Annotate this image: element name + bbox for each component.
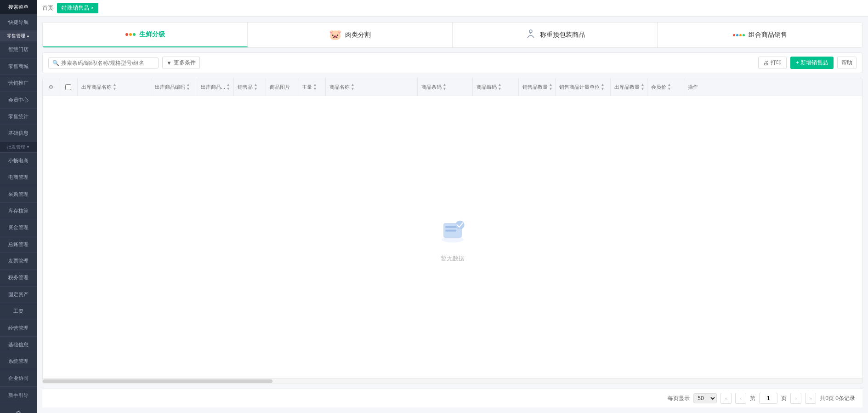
sort-icon[interactable]: ▲▼ xyxy=(667,83,671,91)
last-page-button[interactable]: » xyxy=(805,393,816,404)
sort-icon[interactable]: ▲▼ xyxy=(549,83,553,91)
scale-icon xyxy=(525,29,536,41)
filter-button[interactable]: ▼ 更多条件 xyxy=(162,57,200,69)
sidebar-item-finance[interactable]: 资金管理 xyxy=(0,219,37,236)
total-label: 共0页 0条记录 xyxy=(820,395,855,402)
sort-icon[interactable]: ▲▼ xyxy=(498,83,502,91)
print-button[interactable]: 🖨 打印 xyxy=(758,57,787,69)
page-number-input[interactable] xyxy=(759,393,777,404)
th-sale-unit: 销售商品计量单位 ▲▼ xyxy=(556,78,611,96)
th-goods-name: 商品名称 ▲▼ xyxy=(326,78,418,96)
weight-pkg-label: 称重预包装商品 xyxy=(540,31,585,39)
tab-meat-split[interactable]: 🐷 肉类分割 xyxy=(248,23,453,47)
sort-icon[interactable]: ▲▼ xyxy=(113,83,117,91)
sort-icon[interactable]: ▲▼ xyxy=(351,83,355,91)
sidebar-item-sales-promo[interactable]: 营销推广 xyxy=(0,75,37,92)
help-button[interactable]: 帮助 xyxy=(837,57,857,69)
tab-weight-pkg[interactable]: 称重预包装商品 xyxy=(453,23,658,47)
close-tab-icon[interactable]: × xyxy=(91,6,94,11)
add-sales-button[interactable]: + 新增销售品 xyxy=(790,57,834,69)
toolbar: 🔍 ▼ 更多条件 🖨 打印 + 新增销售品 帮助 xyxy=(42,52,862,73)
sidebar-item-quick-nav[interactable]: 快捷导航 xyxy=(0,14,37,31)
next-page-button[interactable]: › xyxy=(790,393,801,404)
sort-icon[interactable]: ▲▼ xyxy=(601,83,605,91)
page-size-label: 每页显示 xyxy=(668,395,690,402)
sidebar-item-basic-info2[interactable]: 基础信息 xyxy=(0,337,37,353)
sidebar-item-member[interactable]: 会员中心 xyxy=(0,92,37,109)
th-out-code: 出库商品编码 ▲▼ xyxy=(151,78,197,96)
topbar: 首页 特殊销售品 × xyxy=(37,0,868,17)
sidebar-item-purchase[interactable]: 采购管理 xyxy=(0,186,37,203)
sidebar-item-fixed-assets[interactable]: 固定资产 xyxy=(0,287,37,303)
tab-fresh-grade[interactable]: 生鲜分级 xyxy=(43,23,248,47)
sidebar-item-tax[interactable]: 税务管理 xyxy=(0,270,37,286)
th-operation: 操作 xyxy=(684,78,712,96)
sort-icon[interactable]: ▲▼ xyxy=(186,83,190,91)
sort-icon[interactable]: ▲▼ xyxy=(254,83,258,91)
scrollbar-thumb[interactable] xyxy=(43,379,272,383)
chevron-right-icon: ▼ xyxy=(26,144,30,149)
sidebar-item-retail-mgmt[interactable]: 零售管理 ▲ xyxy=(0,31,37,41)
horizontal-scrollbar[interactable] xyxy=(43,378,862,384)
sidebar-item-operations[interactable]: 经营管理 xyxy=(0,320,37,337)
sidebar-item-general-ledger[interactable]: 总账管理 xyxy=(0,236,37,253)
sort-icon[interactable]: ▲▼ xyxy=(313,83,317,91)
th-img: 商品图片 xyxy=(266,78,298,96)
th-checkbox[interactable] xyxy=(59,78,78,96)
tab-combo[interactable]: 组合商品销售 xyxy=(658,23,862,47)
sidebar-item-ecommerce[interactable]: 电商管理 xyxy=(0,169,37,186)
search-input[interactable] xyxy=(61,60,154,66)
th-barcode: 商品条码 ▲▼ xyxy=(418,78,473,96)
fresh-grade-icon xyxy=(125,33,136,36)
filter-label: 更多条件 xyxy=(174,59,196,67)
sidebar-item-mini-shop[interactable]: 小畅电商 xyxy=(0,153,37,169)
sidebar-item-smart-store[interactable]: 智慧门店 xyxy=(0,41,37,58)
pagination-bar: 每页显示 50 10 20 100 « ‹ 第 页 › » 共0页 0条记录 xyxy=(42,389,862,407)
filter-icon: ▼ xyxy=(166,60,172,66)
svg-rect-5 xyxy=(445,229,456,231)
prev-page-button[interactable]: ‹ xyxy=(735,393,746,404)
combo-label: 组合商品销售 xyxy=(749,31,787,39)
sidebar-item-new-guide[interactable]: 新手引导 xyxy=(0,387,37,404)
svg-point-0 xyxy=(529,30,532,33)
special-sales-tab[interactable]: 特殊销售品 × xyxy=(57,3,98,13)
th-settings[interactable]: ⚙ xyxy=(43,78,59,96)
sidebar-item-wages[interactable]: 工资 xyxy=(0,303,37,320)
sidebar: 搜索菜单 快捷导航 零售管理 ▲ 智慧门店 零售商城 营销推广 会员中心 零售统… xyxy=(0,0,37,413)
content-area: 生鲜分级 🐷 肉类分割 称重预包装商品 xyxy=(37,17,868,413)
th-sale-qty: 销售品数量 ▲▼ xyxy=(519,78,556,96)
sidebar-item-inventory[interactable]: 库存核算 xyxy=(0,203,37,219)
combo-icon xyxy=(733,34,745,36)
chevron-down-icon: ▲ xyxy=(26,34,30,39)
sidebar-item-wholesale-mgmt[interactable]: 批发管理 ▼ xyxy=(0,142,37,153)
toolbar-right: 🖨 打印 + 新增销售品 帮助 xyxy=(758,57,857,69)
sidebar-item-system[interactable]: 系统管理 xyxy=(0,353,37,370)
sidebar-item-retail-mall[interactable]: 零售商城 xyxy=(0,58,37,75)
th-out-qty: 出库品数量 ▲▼ xyxy=(611,78,647,96)
sidebar-item-basic-info[interactable]: 基础信息 xyxy=(0,125,37,142)
add-label: + 新增销售品 xyxy=(796,59,828,67)
search-icon: 🔍 xyxy=(52,60,59,66)
empty-state: 暂无数据 xyxy=(43,96,862,378)
select-all-checkbox[interactable] xyxy=(65,84,71,90)
sort-icon[interactable]: ▲▼ xyxy=(443,83,447,91)
pig-icon: 🐷 xyxy=(329,29,341,41)
page-size-select[interactable]: 50 10 20 100 xyxy=(693,393,717,403)
sidebar-item-invoice[interactable]: 发票管理 xyxy=(0,253,37,270)
sort-icon[interactable]: ▲▼ xyxy=(641,83,645,91)
th-out-name: 出库商品名称 ▲▼ xyxy=(78,78,151,96)
sidebar-item-cooperation[interactable]: 企业协同 xyxy=(0,370,37,387)
sidebar-logo[interactable]: 搜索菜单 xyxy=(0,0,37,14)
first-page-button[interactable]: « xyxy=(720,393,732,404)
th-sale-item: 销售品 ▲▼ xyxy=(234,78,266,96)
main-area: 首页 特殊销售品 × 生鲜分级 🐷 xyxy=(37,0,868,413)
toolbar-left: 🔍 ▼ 更多条件 xyxy=(48,57,200,69)
th-member-price: 会员价 ▲▼ xyxy=(647,78,684,96)
search-box[interactable]: 🔍 xyxy=(48,57,159,69)
tab-label: 特殊销售品 xyxy=(62,4,89,12)
sidebar-item-settings[interactable]: ⚙ xyxy=(0,404,37,413)
sort-icon[interactable]: ▲▼ xyxy=(226,83,230,91)
home-link[interactable]: 首页 xyxy=(42,4,53,12)
sidebar-item-retail-stats[interactable]: 零售统计 xyxy=(0,109,37,125)
fresh-grade-label: 生鲜分级 xyxy=(139,30,165,39)
